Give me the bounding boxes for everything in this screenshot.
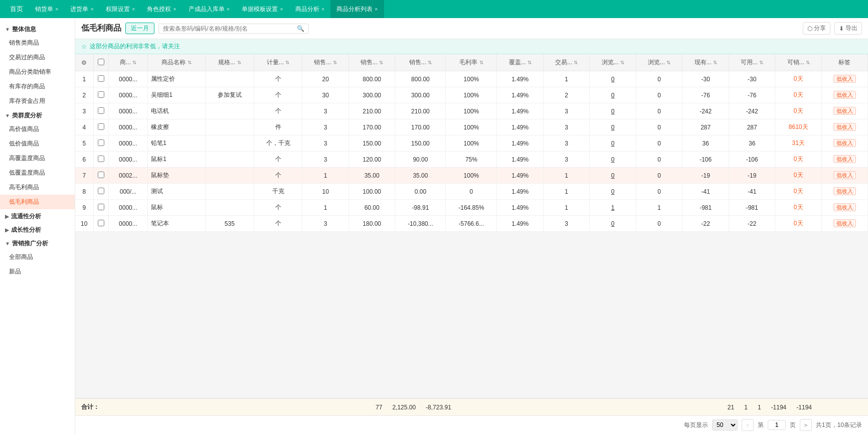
row-checkbox[interactable] [98, 188, 104, 194]
row-checkbox[interactable] [98, 172, 104, 178]
tag-badge: 低收入 [833, 203, 856, 211]
nav-close-sales[interactable]: × [55, 6, 58, 12]
col-browse2[interactable]: 浏览... ⇅ [636, 54, 682, 71]
col-gross-margin[interactable]: 毛利率 ⇅ [446, 54, 497, 71]
sidebar-item-high-value[interactable]: 高价值商品 [0, 122, 75, 136]
nav-close-permission[interactable]: × [132, 6, 135, 12]
cell-current-stock: -76 [682, 87, 729, 103]
nav-template[interactable]: 单据模板设置 × [236, 0, 289, 18]
nav-product-entry[interactable]: 产成品入库单 × [183, 0, 236, 18]
export-button[interactable]: ⬇ 导出 [834, 22, 862, 35]
page-number-input[interactable] [768, 420, 786, 430]
sidebar-item-sales-products[interactable]: 销售类商品 [0, 36, 75, 50]
cell-transaction: 3 [543, 119, 590, 135]
col-browse1[interactable]: 浏览... ⇅ [590, 54, 636, 71]
col-name[interactable]: 商品名称 ⇅ [148, 54, 206, 71]
row-checkbox[interactable] [98, 75, 104, 82]
sidebar-item-stock-capital[interactable]: 库存资金占用 [0, 94, 75, 108]
sidebar-item-low-value[interactable]: 低价值商品 [0, 136, 75, 151]
nav-close-template[interactable]: × [280, 6, 283, 12]
nav-sales-order[interactable]: 销货单 × [29, 0, 64, 18]
sidebar-item-category-sales-rate[interactable]: 商品分类助销率 [0, 65, 75, 79]
sidebar-group-marketing[interactable]: ▼ 营销推广分析 [0, 236, 75, 250]
col-tag[interactable]: 标签 [821, 54, 867, 71]
col-sales-profit[interactable]: 销售... ⇅ [395, 54, 446, 71]
cell-checkbox[interactable] [93, 119, 108, 135]
row-checkbox[interactable] [98, 91, 104, 98]
cell-spec [205, 152, 254, 168]
prev-page-button[interactable]: ＜ [742, 419, 754, 431]
cell-checkbox[interactable] [93, 87, 108, 103]
cell-checkbox[interactable] [93, 168, 108, 184]
nav-product-analysis[interactable]: 商品分析 × [289, 0, 330, 18]
col-sales-qty[interactable]: 销售... ⇅ [302, 54, 349, 71]
col-settings[interactable]: ⚙ [75, 54, 93, 71]
col-sales-price[interactable]: 销售... ⇅ [349, 54, 395, 71]
total-records: 共1页，10条记录 [816, 421, 862, 429]
sidebar-group-overall[interactable]: ▼ 整体信息 [0, 22, 75, 36]
col-transaction[interactable]: 交易... ⇅ [543, 54, 590, 71]
nav-close-purchase[interactable]: × [90, 6, 93, 12]
col-checkbox[interactable] [93, 54, 108, 71]
nav-product-analysis-list[interactable]: 商品分析列表 × [330, 0, 384, 18]
row-checkbox[interactable] [98, 123, 104, 130]
col-code[interactable]: 商... ⇅ [108, 54, 148, 71]
row-checkbox[interactable] [98, 204, 104, 210]
row-checkbox[interactable] [98, 220, 104, 226]
row-checkbox[interactable] [98, 139, 104, 146]
cell-spec [205, 119, 254, 135]
select-all-checkbox[interactable] [98, 59, 104, 65]
sidebar-item-new-products[interactable]: 新品 [0, 264, 75, 279]
nav-home[interactable]: 首页 [4, 0, 29, 18]
cell-saleable: 0天 [775, 216, 822, 232]
cell-checkbox[interactable] [93, 216, 108, 232]
cell-name: 鼠标垫 [148, 168, 206, 184]
col-unit[interactable]: 计量... ⇅ [254, 54, 302, 71]
sidebar-item-low-coverage[interactable]: 低覆盖度商品 [0, 166, 75, 180]
search-input[interactable] [163, 25, 297, 32]
col-available[interactable]: 可用... ⇅ [729, 54, 775, 71]
cell-sales-profit: 300.00 [395, 87, 446, 103]
cell-name: 属性定价 [148, 71, 206, 87]
col-current-stock[interactable]: 现有... ⇅ [682, 54, 729, 71]
sidebar-group-circulation[interactable]: ▶ 流通性分析 [0, 209, 75, 223]
sidebar-item-all-products[interactable]: 全部商品 [0, 250, 75, 264]
cell-saleable: 31天 [775, 135, 822, 152]
sidebar-group-growth[interactable]: ▶ 成长性分析 [0, 223, 75, 236]
col-saleable[interactable]: 可销... ⇅ [775, 54, 822, 71]
row-checkbox[interactable] [98, 107, 104, 114]
cell-checkbox[interactable] [93, 71, 108, 87]
sidebar-item-high-coverage[interactable]: 高覆盖度商品 [0, 151, 75, 166]
sidebar-group-segment[interactable]: ▼ 类群度分析 [0, 108, 75, 122]
nav-permission[interactable]: 权限设置 × [100, 0, 141, 18]
nav-close-role[interactable]: × [173, 6, 176, 12]
sidebar-item-high-margin[interactable]: 高毛利商品 [0, 180, 75, 195]
search-icon[interactable]: 🔍 [297, 25, 304, 32]
cell-code: 0002... [108, 168, 148, 184]
cell-checkbox[interactable] [93, 135, 108, 152]
row-checkbox[interactable] [98, 156, 104, 162]
sidebar-item-in-stock-products[interactable]: 有库存的商品 [0, 79, 75, 94]
total-browse1: 1 [744, 404, 748, 411]
cell-checkbox[interactable] [93, 152, 108, 168]
nav-role[interactable]: 角色授权 × [141, 0, 182, 18]
cell-saleable: 0天 [775, 71, 822, 87]
nav-close-product-entry[interactable]: × [227, 6, 230, 12]
share-button[interactable]: ⬡ 分享 [803, 22, 830, 35]
filter-recent-month-button[interactable]: 近一月 [125, 23, 154, 34]
cell-checkbox[interactable] [93, 103, 108, 119]
col-coverage[interactable]: 覆盖... ⇅ [497, 54, 544, 71]
sidebar-item-low-margin[interactable]: 低毛利商品 [0, 195, 75, 209]
cell-tag: 低收入 [821, 152, 867, 168]
page-size-select[interactable]: 50 100 200 [712, 419, 738, 430]
cell-checkbox[interactable] [93, 184, 108, 200]
col-spec[interactable]: 规格... ⇅ [205, 54, 254, 71]
next-page-button[interactable]: ＞ [800, 419, 812, 431]
nav-purchase[interactable]: 进货单 × [64, 0, 99, 18]
cell-checkbox[interactable] [93, 200, 108, 216]
cell-spec [205, 135, 254, 152]
sidebar: ▼ 整体信息 销售类商品 交易过的商品 商品分类助销率 有库存的商品 库存资金占… [0, 18, 75, 434]
nav-close-analysis-list[interactable]: × [375, 6, 378, 12]
nav-close-analysis[interactable]: × [321, 6, 324, 12]
sidebar-item-traded-products[interactable]: 交易过的商品 [0, 50, 75, 65]
